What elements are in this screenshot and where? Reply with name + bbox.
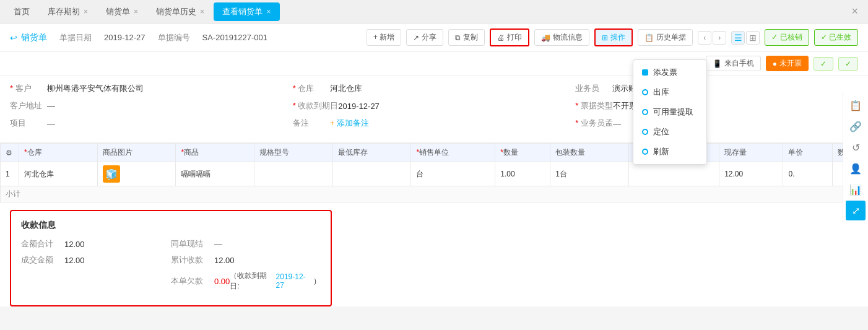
address-value: — bbox=[47, 102, 293, 111]
tab-sales-close[interactable]: × bbox=[134, 7, 138, 16]
add-invoice-label: 添发票 bbox=[653, 67, 677, 78]
warehouse-label: 仓库 bbox=[293, 83, 330, 94]
dropdown-available-extract[interactable]: 可用量提取 bbox=[633, 102, 706, 122]
settle-label: 同单现结 bbox=[171, 238, 214, 250]
doc-meta: 单据日期 2019-12-27 单据编号 SA-20191227-001 bbox=[59, 32, 267, 43]
owed-note: （收款到期日: bbox=[230, 271, 276, 292]
sub-actions: 📱 来自手机 ● 未开票 ✓ ✓ bbox=[0, 52, 868, 76]
refresh-label: 刷新 bbox=[653, 146, 669, 157]
deal-value: 12.00 bbox=[64, 256, 85, 265]
copy-label: 复制 bbox=[463, 32, 478, 43]
history-icon: 📋 bbox=[644, 33, 654, 42]
tab-history-label: 销货单历史 bbox=[156, 6, 196, 17]
dropdown-out-warehouse[interactable]: 出库 bbox=[633, 82, 706, 102]
warehouse-field: 仓库 河北仓库 bbox=[293, 83, 576, 94]
sidebar-icon-4[interactable]: 👤 bbox=[846, 158, 866, 178]
subtotal-row: 小计 bbox=[1, 186, 868, 202]
sidebar-icon-1[interactable]: 📋 bbox=[846, 95, 866, 115]
row-warehouse: 河北仓库 bbox=[19, 162, 98, 186]
tab-home[interactable]: 首页 bbox=[5, 0, 39, 24]
copy-icon: ⧉ bbox=[455, 33, 461, 42]
project-value: — bbox=[47, 119, 293, 128]
row-available bbox=[628, 162, 719, 186]
history-button[interactable]: 📋 历史单据 bbox=[638, 29, 693, 46]
customer-label: 客户 bbox=[10, 83, 47, 94]
sidebar-icon-3[interactable]: ↺ bbox=[846, 137, 866, 157]
dropdown-refresh[interactable]: 刷新 bbox=[633, 142, 706, 162]
tab-sales-history[interactable]: 销货单历史 × bbox=[147, 0, 214, 24]
salesperson-label: 业务员 bbox=[575, 83, 612, 94]
add-remark-button[interactable]: + 添加备注 bbox=[330, 118, 576, 129]
date-label: 单据日期 bbox=[59, 32, 92, 43]
table-row: 1 河北仓库 🧊 嗝嗝嗝嗝 台 1.00 1台 12.00 0. bbox=[1, 162, 868, 186]
payment-col-deal: 成交金额 12.00 bbox=[21, 254, 171, 266]
salesperson-field: 业务员 演示账号 bbox=[575, 83, 858, 94]
tab-history-close[interactable]: × bbox=[200, 7, 204, 16]
payment-row-1: 金额合计 12.00 同单现结 — bbox=[21, 238, 321, 250]
refresh-icon bbox=[642, 149, 648, 155]
operate-label: 操作 bbox=[610, 32, 625, 43]
th-img: 商品图片 bbox=[97, 144, 176, 162]
out-warehouse-label: 出库 bbox=[653, 87, 669, 98]
logistics-button[interactable]: 🚚 物流信息 bbox=[534, 29, 589, 46]
next-arrow[interactable]: › bbox=[713, 31, 726, 45]
global-close-button[interactable]: × bbox=[846, 5, 863, 18]
tab-bar: 首页 库存期初 × 销货单 × 销货单历史 × 查看销货单 × × bbox=[0, 0, 868, 24]
tab-inventory-init[interactable]: 库存期初 × bbox=[39, 0, 97, 24]
print-icon: 🖨 bbox=[497, 33, 505, 42]
operate-icon: ⊞ bbox=[602, 33, 608, 42]
form-row-3: 项目 — 备注 + 添加备注 业务员孟 — bbox=[10, 118, 858, 129]
operate-button[interactable]: ⊞ 操作 bbox=[594, 28, 633, 46]
data-table: ⚙ *仓库 商品图片 *商品 规格型号 最低库存 *销售单位 *数量 包装数量 … bbox=[0, 143, 868, 202]
new-button[interactable]: + 新增 bbox=[367, 29, 401, 46]
dot-icon: ● bbox=[773, 59, 777, 68]
row-pkg-qty: 1台 bbox=[550, 162, 629, 186]
check2-icon: ✓ bbox=[845, 59, 851, 68]
not-open-button[interactable]: ● 未开票 bbox=[766, 56, 809, 71]
effect-button[interactable]: ✓ 已生效 bbox=[814, 29, 858, 46]
list-view-button[interactable]: ☰ bbox=[731, 31, 745, 45]
th-gear[interactable]: ⚙ bbox=[1, 144, 19, 162]
grid-view-button[interactable]: ⊞ bbox=[746, 31, 760, 45]
available-extract-label: 可用量提取 bbox=[653, 106, 693, 118]
row-min-stock bbox=[332, 162, 411, 186]
dropdown-add-invoice[interactable]: 添发票 bbox=[633, 63, 706, 82]
tab-view-sales-close[interactable]: × bbox=[266, 7, 271, 16]
print-button[interactable]: 🖨 打印 bbox=[490, 28, 529, 46]
checkmark2-button[interactable]: ✓ bbox=[838, 57, 858, 71]
main-content: ↩ 销货单 单据日期 2019-12-27 单据编号 SA-20191227-0… bbox=[0, 24, 868, 306]
th-min-stock: 最低库存 bbox=[332, 144, 411, 162]
owed-note-end: ） bbox=[313, 276, 321, 287]
tab-view-sales[interactable]: 查看销货单 × bbox=[214, 2, 280, 21]
payment-date-field: 收款到期日 2019-12-27 bbox=[293, 100, 576, 111]
out-warehouse-icon bbox=[642, 89, 648, 95]
from-phone-button[interactable]: 📱 来自手机 bbox=[706, 56, 761, 71]
row-img: 🧊 bbox=[97, 162, 176, 186]
share-icon: ↗ bbox=[413, 33, 419, 42]
phone-icon: 📱 bbox=[713, 59, 722, 68]
collected-label: 累计收款 bbox=[171, 254, 214, 266]
sidebar-icon-5[interactable]: 📊 bbox=[846, 180, 866, 199]
tab-sales-order[interactable]: 销货单 × bbox=[97, 0, 147, 24]
sidebar-icon-expand[interactable]: ⤢ bbox=[846, 201, 866, 220]
sidebar-icon-2[interactable]: 🔗 bbox=[846, 116, 866, 136]
share-button[interactable]: ↗ 分享 bbox=[406, 29, 443, 46]
settle-value: — bbox=[214, 240, 222, 249]
address-field: 客户地址 — bbox=[10, 100, 293, 111]
copy-button[interactable]: ⧉ 复制 bbox=[448, 29, 485, 46]
owed-date: 2019-12-27 bbox=[276, 272, 313, 290]
row-product: 嗝嗝嗝嗝 bbox=[176, 162, 254, 186]
prev-arrow[interactable]: ‹ bbox=[698, 31, 711, 45]
checkmark1-button[interactable]: ✓ bbox=[814, 57, 833, 71]
tab-inventory-close[interactable]: × bbox=[84, 7, 88, 16]
salesperson2-field: 业务员孟 — bbox=[575, 118, 858, 129]
dropdown-locate[interactable]: 定位 bbox=[633, 122, 706, 142]
th-price: 单价 bbox=[783, 144, 833, 162]
history-label: 历史单据 bbox=[656, 32, 686, 43]
print-label: 打印 bbox=[507, 32, 522, 43]
th-pkg-qty: 包装数量 bbox=[550, 144, 629, 162]
doc-type-label: 销货单 bbox=[21, 32, 47, 43]
row-index: 1 bbox=[1, 162, 19, 186]
payment-col-total: 金额合计 12.00 bbox=[21, 238, 171, 250]
sold-button[interactable]: ✓ 已核销 bbox=[765, 29, 809, 46]
